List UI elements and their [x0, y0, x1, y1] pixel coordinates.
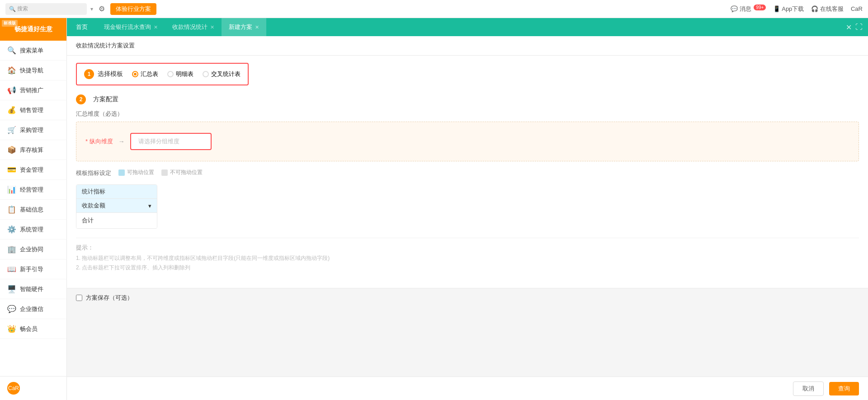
indicator-col-header[interactable]: 收款金额 ▾ — [76, 199, 157, 213]
search-icon: 🔍 — [9, 6, 16, 12]
indicator-table: 统计指标 收款金额 ▾ 合计 — [76, 184, 157, 229]
col1-dropdown-icon[interactable]: ▾ — [148, 202, 151, 209]
sales-icon: 💰 — [7, 106, 16, 114]
step1-num: 1 — [84, 69, 94, 79]
sidebar-item-label: 库存核算 — [20, 146, 43, 154]
step2-label: 方案配置 — [93, 95, 118, 104]
sidebar-item-basic-info[interactable]: 📋 基础信息 — [0, 200, 66, 220]
dim-row: * 纵向维度 → 请选择分组维度 — [85, 133, 212, 150]
marketing-icon: 📢 — [7, 86, 16, 94]
search-placeholder: 搜索 — [17, 5, 28, 13]
radio-cross[interactable]: 交叉统计表 — [203, 70, 241, 78]
tab-new-plan[interactable]: 新建方案 ✕ — [222, 18, 266, 36]
main-layout: 标准版 畅捷通好生意 🔍 搜索菜单 🏠 快捷导航 📢 营销推广 💰 销售管理 🛒… — [0, 18, 868, 400]
tab-close-window-icon[interactable]: ✕ — [846, 23, 852, 32]
indicator-legend: 可拖动位置 不可拖动位置 — [118, 169, 203, 176]
tab-close-new-plan[interactable]: ✕ — [255, 24, 259, 30]
query-button[interactable]: 查询 — [829, 382, 859, 395]
sidebar-item-purchase[interactable]: 🛒 采购管理 — [0, 120, 66, 140]
sidebar-item-guide[interactable]: 📖 新手引导 — [0, 259, 66, 279]
sidebar-item-label: 经营管理 — [20, 186, 43, 194]
sidebar-item-label: 基础信息 — [20, 206, 43, 214]
sidebar-item-marketing[interactable]: 📢 营销推广 — [0, 80, 66, 100]
system-icon: ⚙️ — [7, 225, 16, 234]
tab-home[interactable]: 首页 — [67, 18, 97, 36]
sidebar-item-member[interactable]: 👑 畅会员 — [0, 319, 66, 339]
sidebar-item-label: 搜索菜单 — [20, 47, 43, 55]
sidebar-bottom: CaR — [0, 376, 66, 400]
sidebar-item-label: 营销推广 — [20, 86, 43, 94]
dim-title: 汇总维度（必选） — [76, 110, 859, 118]
nodrag-box-icon — [161, 169, 168, 176]
industry-btn[interactable]: 体验行业方案 — [110, 3, 156, 15]
top-bar-right: 💬 消息 99+ 📱 App下载 🎧 在线客服 CaR — [731, 5, 863, 13]
sidebar-item-hardware[interactable]: 🖥️ 智能硬件 — [0, 279, 66, 299]
sidebar-item-wechat[interactable]: 💬 企业微信 — [0, 299, 66, 319]
tab-cash-flow[interactable]: 现金银行流水查询 ✕ — [97, 18, 165, 36]
enterprise-icon: 🏢 — [7, 245, 16, 254]
sidebar-logo-text: 畅捷通好生意 — [14, 25, 52, 33]
sidebar-item-enterprise[interactable]: 🏢 企业协同 — [0, 240, 66, 259]
step2-num: 2 — [76, 94, 86, 104]
basic-info-icon: 📋 — [7, 205, 16, 214]
search-chevron-icon[interactable]: ▾ — [90, 6, 93, 12]
sidebar-logo: 标准版 畅捷通好生意 — [0, 18, 66, 41]
finance-icon: 💳 — [7, 165, 16, 174]
avatar[interactable]: CaR — [7, 382, 20, 395]
sidebar-item-label: 采购管理 — [20, 126, 43, 134]
sidebar-item-label: 系统管理 — [20, 226, 43, 234]
tips-item-1: 1. 拖动标题栏可以调整布局，不可跨维度或指标区域拖动栏目字段(只能在同一维度或… — [76, 254, 859, 262]
service-btn[interactable]: 🎧 在线客服 — [811, 5, 844, 13]
footer-bar: 取消 查询 — [67, 376, 868, 400]
cancel-button[interactable]: 取消 — [793, 381, 824, 396]
top-bar: 🔍 搜索 ▾ ⚙ 体验行业方案 💬 消息 99+ 📱 App下载 🎧 在线客服 … — [0, 0, 868, 18]
sidebar: 标准版 畅捷通好生意 🔍 搜索菜单 🏠 快捷导航 📢 营销推广 💰 销售管理 🛒… — [0, 18, 67, 400]
search-box[interactable]: 🔍 搜索 — [5, 3, 87, 15]
sidebar-item-system[interactable]: ⚙️ 系统管理 — [0, 220, 66, 240]
sidebar-item-finance[interactable]: 💳 资金管理 — [0, 160, 66, 180]
drag-box-icon — [118, 169, 125, 176]
wechat-icon: 💬 — [7, 305, 16, 313]
inventory-icon: 📦 — [7, 146, 16, 154]
sidebar-tag: 标准版 — [2, 20, 18, 27]
download-btn[interactable]: 📱 App下载 — [773, 5, 804, 13]
step2-title-row: 2 方案配置 — [76, 94, 859, 104]
tips-section: 提示： 1. 拖动标题栏可以调整布局，不可跨维度或指标区域拖动栏目字段(只能在同… — [76, 238, 859, 272]
indicator-section: 模板指标设定 可拖动位置 不可拖动位置 — [76, 169, 859, 229]
radio-summary[interactable]: 汇总表 — [132, 70, 158, 78]
sidebar-item-quick-nav[interactable]: 🏠 快捷导航 — [0, 61, 66, 80]
step1-label: 选择模板 — [98, 70, 123, 78]
save-checkbox[interactable] — [76, 295, 82, 301]
sidebar-item-search[interactable]: 🔍 搜索菜单 — [0, 41, 66, 61]
sidebar-item-inventory[interactable]: 📦 库存核算 — [0, 140, 66, 160]
indicator-header-row: 模板指标设定 可拖动位置 不可拖动位置 — [76, 169, 859, 181]
indicator-row1: 合计 — [76, 213, 157, 228]
sidebar-item-label: 资金管理 — [20, 166, 43, 174]
page-header: 收款情况统计方案设置 — [67, 36, 868, 56]
tab-bar: 首页 现金银行流水查询 ✕ 收款情况统计 ✕ 新建方案 ✕ ✕ ⛶ — [67, 18, 868, 36]
sidebar-item-label: 企业微信 — [20, 305, 43, 313]
message-btn[interactable]: 💬 消息 99+ — [731, 5, 766, 13]
tab-close-cash-flow[interactable]: ✕ — [154, 24, 158, 30]
sidebar-item-label: 新手引导 — [20, 265, 43, 273]
gear-icon[interactable]: ⚙ — [99, 5, 105, 13]
indicator-table-header: 统计指标 — [76, 185, 157, 199]
page-content: 收款情况统计方案设置 1 选择模板 汇总表 明细表 — [67, 36, 868, 376]
user-name[interactable]: CaR — [851, 5, 863, 12]
radio-detail[interactable]: 明细表 — [167, 70, 193, 78]
radio-dot-detail — [167, 71, 174, 77]
dim-area: * 纵向维度 → 请选择分组维度 — [76, 122, 859, 161]
tab-fullscreen-icon[interactable]: ⛶ — [855, 23, 863, 31]
template-radio-group: 汇总表 明细表 交叉统计表 — [132, 70, 241, 78]
vertical-dim-select[interactable]: 请选择分组维度 — [130, 133, 212, 150]
sidebar-item-label: 销售管理 — [20, 106, 43, 114]
sidebar-item-sales[interactable]: 💰 销售管理 — [0, 100, 66, 120]
save-label: 方案保存（可选） — [86, 294, 133, 302]
sidebar-item-management[interactable]: 📊 经营管理 — [0, 180, 66, 200]
hardware-icon: 🖥️ — [7, 285, 16, 293]
tab-payment-stats[interactable]: 收款情况统计 ✕ — [165, 18, 222, 36]
tab-close-payment-stats[interactable]: ✕ — [210, 24, 214, 30]
guide-icon: 📖 — [7, 265, 16, 273]
tips-title: 提示： — [76, 244, 859, 252]
tab-bar-actions: ✕ ⛶ — [846, 23, 868, 32]
